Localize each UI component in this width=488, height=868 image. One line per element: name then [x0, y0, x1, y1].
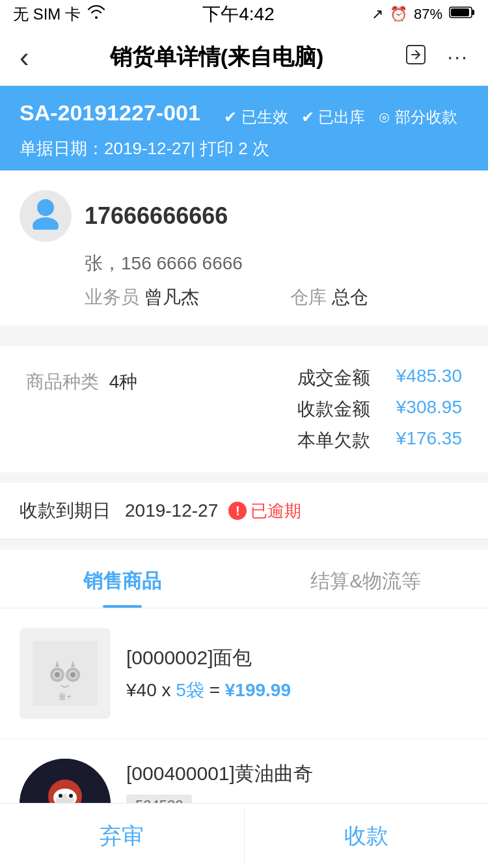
sales-info: 业务员曾凡杰 — [85, 285, 199, 310]
back-button[interactable]: ‹ — [20, 41, 29, 74]
collection-row: 收款金额 ¥308.95 — [297, 397, 462, 422]
header-date: 单据日期：2019-12-27| 打印 2 次 — [20, 137, 468, 160]
tab-sales-label: 销售商品 — [83, 570, 161, 591]
debt-row: 本单欠款 ¥176.35 — [297, 428, 462, 453]
cancel-review-button[interactable]: 弃审 — [0, 808, 245, 864]
page-title: 销货单详情(来自电脑) — [110, 42, 324, 72]
price-qty-1: 5袋 — [176, 680, 204, 700]
svg-point-21 — [59, 794, 62, 798]
due-date: 2019-12-27 — [125, 500, 218, 521]
amount-value: ¥485.30 — [396, 366, 462, 390]
tab-settlement[interactable]: 结算&物流等 — [244, 550, 488, 608]
more-icon[interactable]: ··· — [447, 45, 468, 69]
customer-row: 17666666666 — [20, 190, 468, 242]
print-info: | 打印 2 次 — [191, 139, 269, 158]
divider-1 — [0, 336, 488, 346]
collection-value: ¥308.95 — [396, 397, 462, 422]
status-bar: 无 SIM 卡 下午4:42 ↗ ⏰ 87% — [0, 0, 488, 29]
product-title-1: 面包 — [213, 647, 252, 668]
product-info-1: [0000002]面包 ¥40 x 5袋 = ¥199.99 — [126, 645, 468, 703]
avatar — [20, 190, 72, 242]
header-banner: SA-20191227-001 ✔ 已生效 ✔ 已出库 ⊙ 部分收款 单据日期：… — [0, 86, 488, 170]
category-value: 4种 — [109, 372, 138, 392]
product-name-2: [000400001]黄油曲奇 — [126, 761, 468, 787]
stats-right: 成交金额 ¥485.30 收款金额 ¥308.95 本单欠款 ¥176.35 — [297, 366, 462, 453]
warehouse-label: 仓库 — [290, 287, 327, 307]
product-item: 量+ [0000002]面包 ¥40 x 5袋 = ¥199.99 — [0, 608, 488, 739]
share-icon[interactable] — [404, 43, 427, 72]
overdue-badge: ! 已逾期 — [228, 500, 301, 522]
svg-rect-2 — [451, 8, 469, 16]
wifi-icon — [87, 5, 105, 23]
product-name-1: [0000002]面包 — [126, 645, 468, 671]
product-placeholder-icon-1: 量+ — [33, 641, 98, 706]
sales-name: 曾凡杰 — [144, 287, 199, 307]
divider-3 — [0, 539, 488, 550]
collect-payment-label: 收款 — [344, 823, 388, 848]
due-section: 收款到期日 2019-12-27 ! 已逾期 — [0, 483, 488, 539]
carrier-text: 无 SIM 卡 — [13, 4, 81, 25]
debt-label: 本单欠款 — [297, 428, 370, 453]
avatar-icon — [28, 195, 63, 237]
order-date: 2019-12-27 — [104, 139, 191, 158]
svg-rect-1 — [472, 10, 474, 15]
price-base-1: ¥40 x — [126, 680, 176, 700]
bottom-bar: 弃审 收款 — [0, 803, 488, 868]
overdue-label: 已逾期 — [251, 500, 301, 522]
product-price-1: ¥40 x 5袋 = ¥199.99 — [126, 678, 468, 703]
cancel-review-label: 弃审 — [100, 823, 144, 848]
category-label: 商品种类 — [26, 372, 99, 392]
price-eq-1: = — [204, 680, 225, 700]
price-total-1: ¥199.99 — [225, 680, 291, 700]
nav-bar: ‹ 销货单详情(来自电脑) ··· — [0, 29, 488, 86]
tab-settlement-label: 结算&物流等 — [310, 570, 421, 591]
amount-row: 成交金额 ¥485.30 — [297, 366, 462, 390]
warehouse-info: 仓库总仓 — [290, 285, 368, 310]
collection-label: 收款金额 — [297, 397, 370, 422]
customer-phone: 17666666666 — [85, 202, 228, 230]
badge-partial: ⊙ 部分收款 — [378, 107, 457, 128]
customer-meta: 业务员曾凡杰 仓库总仓 — [85, 285, 468, 310]
product-id-1: [0000002] — [126, 647, 213, 668]
product-image-1: 量+ — [20, 628, 111, 719]
stats-section: 商品种类 4种 成交金额 ¥485.30 收款金额 ¥308.95 本单欠款 ¥… — [0, 346, 488, 472]
customer-detail: 张，156 6666 6666 — [85, 251, 468, 276]
tab-sales-products[interactable]: 销售商品 — [0, 550, 244, 608]
header-badges: ✔ 已生效 ✔ 已出库 ⊙ 部分收款 — [224, 107, 457, 128]
stats-left: 商品种类 4种 — [26, 366, 137, 394]
product-id-2: [000400001] — [126, 763, 235, 784]
alarm-icon: ⏰ — [390, 6, 407, 23]
status-time: 下午4:42 — [202, 2, 275, 27]
tabs-section: 销售商品 结算&物流等 — [0, 550, 488, 608]
battery-icon — [449, 5, 475, 23]
date-label: 单据日期： — [20, 139, 104, 158]
warehouse-name: 总仓 — [332, 287, 368, 307]
badge-effective: ✔ 已生效 — [224, 107, 288, 128]
customer-section: 17666666666 张，156 6666 6666 业务员曾凡杰 仓库总仓 — [0, 170, 488, 325]
sales-label: 业务员 — [85, 287, 139, 307]
nav-actions: ··· — [404, 43, 468, 72]
svg-point-5 — [33, 217, 59, 230]
amount-label: 成交金额 — [297, 366, 370, 390]
svg-point-11 — [55, 672, 60, 677]
svg-text:量+: 量+ — [59, 692, 71, 701]
location-icon: ↗ — [372, 6, 383, 23]
product-title-2: 黄油曲奇 — [235, 763, 313, 784]
divider-2 — [0, 472, 488, 483]
badge-shipped: ✔ 已出库 — [301, 107, 366, 128]
overdue-icon: ! — [228, 502, 247, 520]
order-id: SA-20191227-001 — [20, 100, 200, 126]
status-right: ↗ ⏰ 87% — [372, 5, 475, 23]
svg-point-22 — [69, 794, 73, 798]
svg-point-12 — [70, 672, 75, 677]
due-label: 收款到期日 — [20, 498, 111, 523]
status-left: 无 SIM 卡 — [13, 4, 105, 25]
battery-text: 87% — [414, 6, 442, 23]
collect-payment-button[interactable]: 收款 — [245, 808, 489, 864]
svg-point-4 — [37, 199, 54, 216]
debt-value: ¥176.35 — [396, 428, 462, 453]
